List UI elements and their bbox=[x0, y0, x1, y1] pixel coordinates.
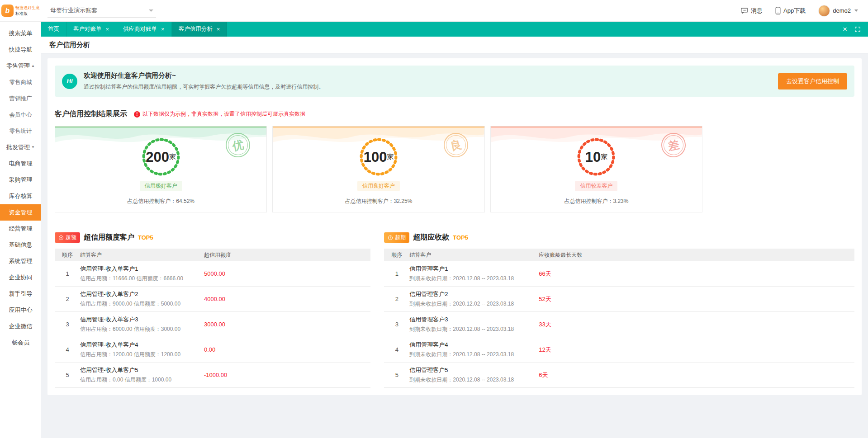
avatar bbox=[818, 5, 830, 17]
tab-close-icon[interactable] bbox=[161, 26, 165, 32]
row-index: 2 bbox=[384, 296, 409, 302]
gauge-value: 10家 bbox=[575, 136, 617, 178]
share-label: 占总信用控制客户：3.23% bbox=[491, 198, 702, 205]
over-limit-tag: 超额 bbox=[55, 232, 80, 243]
tabbar: 首页 客户对账单 供应商对账单 客户信用分析 bbox=[41, 22, 868, 37]
sidebar: 搜索菜单 快捷导航 零售管理 零售商城 营销推广 会员中心 零售统计 批发管理 … bbox=[0, 22, 41, 438]
table-row[interactable]: 4 信用管理-收入单客户4信用占用额：1200.00 信用额度：1200.00 … bbox=[55, 337, 370, 363]
share-label: 占总信用控制客户：64.52% bbox=[55, 198, 266, 205]
tab-customer-credit-analysis[interactable]: 客户信用分析 bbox=[172, 22, 228, 37]
sidebar-item-wecom[interactable]: 企业微信 bbox=[0, 318, 41, 334]
welcome-banner: Hi 欢迎使用好生意客户信用分析~ 通过控制结算客户的信用额度/信用期限，可实时… bbox=[55, 66, 854, 97]
col-client: 结算客户 bbox=[80, 251, 204, 259]
customer-count: 10 bbox=[585, 150, 601, 164]
sidebar-item-quick-nav[interactable]: 快捷导航 bbox=[0, 42, 41, 58]
account-selector[interactable]: 母婴行业演示账套 bbox=[47, 4, 156, 18]
table-row[interactable]: 5 信用管理-收入单客户5信用占用额：0.00 信用额度：1000.00 -10… bbox=[55, 363, 370, 388]
client-name: 信用管理客户2 bbox=[409, 290, 539, 298]
fullscreen-icon[interactable] bbox=[854, 26, 861, 33]
credit-gauge: 10家 bbox=[575, 136, 617, 178]
row-index: 2 bbox=[55, 296, 80, 302]
sidebar-item-enterprise-collab[interactable]: 企业协同 bbox=[0, 269, 41, 286]
col-client: 结算客户 bbox=[409, 251, 539, 259]
sidebar-item-basic-info[interactable]: 基础信息 bbox=[0, 237, 41, 253]
app-root: b 畅捷通好生意 标准版 母婴行业演示账套 消息 App下载 demo2 bbox=[0, 0, 868, 438]
client-detail: 到期未收款日期：2020.12.08 -- 2023.03.18 bbox=[409, 351, 539, 358]
app-logo[interactable]: b 畅捷通好生意 标准版 bbox=[0, 0, 41, 21]
app-download-button[interactable]: App下载 bbox=[775, 7, 806, 15]
row-client: 信用管理-收入单客户1信用占用额：11666.00 信用额度：6666.00 bbox=[80, 265, 204, 283]
card-good-credit: 100家 信用良好客户 占总信用控制客户：32.25% 良 bbox=[272, 126, 484, 212]
table-row[interactable]: 1 信用管理-收入单客户1信用占用额：11666.00 信用额度：6666.00… bbox=[55, 261, 370, 287]
row-index: 1 bbox=[384, 270, 409, 277]
grade-seal-poor: 差 bbox=[659, 131, 688, 160]
tab-label: 供应商对账单 bbox=[123, 25, 157, 33]
main-area: 首页 客户对账单 供应商对账单 客户信用分析 客户信用分析 Hi bbox=[41, 22, 868, 438]
sidebar-item-purchase-management[interactable]: 采购管理 bbox=[0, 172, 41, 188]
sidebar-item-member-center[interactable]: 会员中心 bbox=[0, 107, 41, 123]
tab-home[interactable]: 首页 bbox=[41, 22, 66, 37]
seal-character: 良 bbox=[449, 137, 463, 153]
table-row[interactable]: 2 信用管理-收入单客户2信用占用额：9000.00 信用额度：5000.00 … bbox=[55, 287, 370, 312]
row-client: 信用管理-收入单客户2信用占用额：9000.00 信用额度：5000.00 bbox=[80, 290, 204, 308]
tab-close-icon[interactable] bbox=[106, 26, 109, 32]
sidebar-item-label: 搜索菜单 bbox=[9, 29, 33, 38]
sidebar-item-newbie-guide[interactable]: 新手引导 bbox=[0, 286, 41, 302]
setup-credit-control-button[interactable]: 去设置客户信用控制 bbox=[778, 73, 847, 89]
client-detail: 信用占用额：6000.00 信用额度：3000.00 bbox=[80, 325, 204, 333]
banner-title: 欢迎使用好生意客户信用分析~ bbox=[84, 71, 324, 80]
page-header: 客户信用分析 bbox=[41, 37, 868, 53]
caret-down-icon bbox=[854, 9, 858, 12]
table-row[interactable]: 2 信用管理客户2到期未收款日期：2020.12.02 -- 2023.03.1… bbox=[384, 287, 854, 312]
card-poor-credit: 10家 信用较差客户 占总信用控制客户：3.23% 差 bbox=[490, 126, 702, 212]
tab-supplier-statement[interactable]: 供应商对账单 bbox=[116, 22, 172, 37]
tab-close-icon[interactable] bbox=[217, 26, 220, 32]
col-value: 应收账龄最长天数 bbox=[539, 251, 854, 259]
overdue-receivables-table: 超期 超期应收款 TOP5 顺序 结算客户 应收账龄最长天数 bbox=[384, 232, 854, 388]
credit-level-badge: 信用良好客户 bbox=[357, 181, 400, 191]
messages-button[interactable]: 消息 bbox=[740, 7, 763, 15]
sidebar-item-search-menu[interactable]: 搜索菜单 bbox=[0, 25, 41, 42]
client-detail: 信用占用额：1200.00 信用额度：1200.00 bbox=[80, 351, 204, 358]
table-row[interactable]: 3 信用管理-收入单客户3信用占用额：6000.00 信用额度：3000.00 … bbox=[55, 312, 370, 337]
client-name: 信用管理-收入单客户3 bbox=[80, 316, 204, 324]
sidebar-item-funds-management[interactable]: 资金管理 bbox=[0, 204, 41, 221]
close-icon[interactable] bbox=[843, 25, 847, 33]
brand-name: 畅捷通好生意 bbox=[15, 5, 40, 10]
sidebar-item-chang-member[interactable]: 畅会员 bbox=[0, 334, 41, 351]
sidebar-item-retail-mall[interactable]: 零售商城 bbox=[0, 74, 41, 90]
sidebar-item-retail-stats[interactable]: 零售统计 bbox=[0, 123, 41, 139]
sidebar-item-ecommerce-management[interactable]: 电商管理 bbox=[0, 155, 41, 172]
table-row[interactable]: 4 信用管理客户4到期未收款日期：2020.12.08 -- 2023.03.1… bbox=[384, 337, 854, 363]
table-head: 超额 超信用额度客户 TOP5 bbox=[55, 232, 370, 243]
table-row[interactable]: 3 信用管理客户3到期未收款日期：2020.12.08 -- 2023.03.1… bbox=[384, 312, 854, 337]
user-menu[interactable]: demo2 bbox=[818, 5, 858, 17]
table-row[interactable]: 1 信用管理客户1到期未收款日期：2020.12.08 -- 2023.03.1… bbox=[384, 261, 854, 287]
caret-up-icon bbox=[31, 64, 35, 68]
credit-level-badge: 信用极好客户 bbox=[140, 181, 182, 191]
section-title: 客户信用控制结果展示 bbox=[55, 109, 127, 119]
target-icon bbox=[58, 235, 64, 240]
sidebar-item-label: 企业微信 bbox=[9, 322, 33, 330]
table-header-row: 顺序 结算客户 应收账龄最长天数 bbox=[384, 249, 854, 261]
row-index: 4 bbox=[55, 346, 80, 353]
client-detail: 到期未收款日期：2020.12.08 -- 2023.03.18 bbox=[409, 376, 539, 384]
client-detail: 信用占用额：11666.00 信用额度：6666.00 bbox=[80, 275, 204, 283]
sidebar-item-inventory-accounting[interactable]: 库存核算 bbox=[0, 188, 41, 204]
sidebar-item-business-management[interactable]: 经营管理 bbox=[0, 221, 41, 237]
row-index: 5 bbox=[55, 372, 80, 378]
sidebar-item-wholesale-management[interactable]: 批发管理 bbox=[0, 139, 41, 155]
sidebar-item-system-management[interactable]: 系统管理 bbox=[0, 253, 41, 269]
content-scroll[interactable]: Hi 欢迎使用好生意客户信用分析~ 通过控制结算客户的信用额度/信用期限，可实时… bbox=[41, 53, 868, 438]
sidebar-item-retail-management[interactable]: 零售管理 bbox=[0, 58, 41, 74]
row-value: -1000.00 bbox=[204, 372, 370, 378]
sidebar-item-app-center[interactable]: 应用中心 bbox=[0, 302, 41, 318]
tab-label: 客户对账单 bbox=[73, 25, 102, 33]
sidebar-item-marketing[interactable]: 营销推广 bbox=[0, 90, 41, 107]
table-row[interactable]: 5 信用管理客户5到期未收款日期：2020.12.08 -- 2023.03.1… bbox=[384, 363, 854, 388]
row-index: 5 bbox=[384, 372, 409, 378]
table-title: 超信用额度客户 bbox=[84, 233, 134, 242]
tab-customer-statement[interactable]: 客户对账单 bbox=[66, 22, 116, 37]
row-value: 12天 bbox=[539, 346, 854, 354]
client-detail: 信用占用额：0.00 信用额度：1000.00 bbox=[80, 376, 204, 384]
